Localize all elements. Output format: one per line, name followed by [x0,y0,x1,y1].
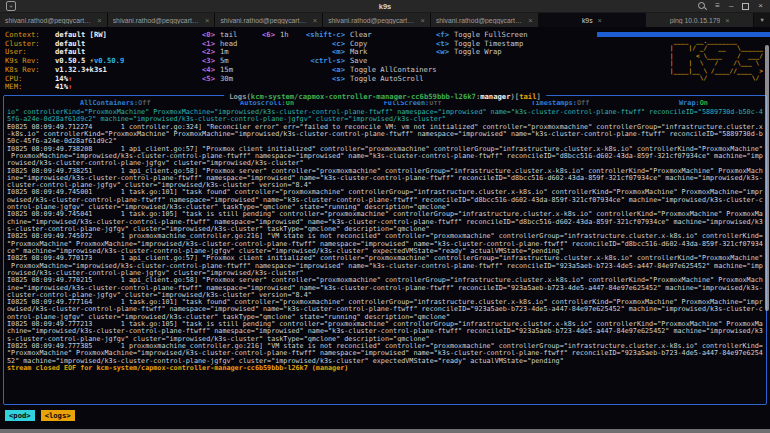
log-line: E0825 08:09:49.712274 1 controller.go:32… [7,124,764,131]
info-value: v1.32.3+k3s1 [55,65,107,74]
tab[interactable]: shivani.rathod@peggycarter:...× [323,13,431,27]
tab-close-icon[interactable]: × [598,16,602,25]
hotkey-desc: Toggle Wrap [454,47,502,56]
hotkey-desc: 5m [220,56,229,65]
log-line: I0825 08:09:49.745041 1 task.go:105] "ta… [7,211,764,218]
hotkey-row: <c>Copy [303,40,433,49]
log-title: Logs(kcm-system/capmox-controller-manage… [224,92,546,101]
delta-icon: ↑ [68,74,72,83]
log-output[interactable]: io" controllerKind="ProxmoxMachine" Prox… [4,107,766,372]
minimize-button[interactable]: – [729,2,733,10]
tab-strip: shivani.rathod@peggycarter:...×shivani.r… [0,13,770,27]
hotkey-desc: Clear [350,30,372,39]
tab-close-icon[interactable]: × [97,16,101,25]
log-line: I0825 08:09:49.745072 1 proxmoxmachine_c… [7,233,764,240]
info-value: 14% [55,74,68,83]
info-value: default [RW] [55,30,107,39]
hotkey-desc: 15m [220,65,233,74]
info-value: 41% [55,82,68,91]
hotkeys-column-4: <f>Toggle FullScreen<t>Toggle Timestamp<… [433,31,573,91]
tab-label: shivani.rathod@peggycarter:... [220,17,307,24]
tab-dropdown-button[interactable]: ▾ [754,13,770,27]
tab[interactable]: shivani.rathod@peggycarter:...× [431,13,539,27]
hotkey-key: <5> [197,75,215,84]
tab[interactable]: ping 10.0.15.179× [646,13,754,27]
log-line: chine="improwised/k3s-cluster-control-pl… [7,328,764,335]
tab-close-icon[interactable]: × [528,16,532,25]
log-line: s-cluster-control-plane-jgfgv" cluster="… [7,336,764,343]
hotkey-desc: Toggle AutoScroll [350,74,424,83]
tab-close-icon[interactable]: × [725,16,729,25]
log-line: io" controllerKind="ProxmoxMachine" Prox… [7,109,764,116]
hotkey-row: <shift-c>Clear [303,31,433,40]
log-flag: AllContainers:Off [80,99,151,107]
flag-value: Off [577,99,589,107]
close-button[interactable]: × [758,2,763,10]
hotkey-key: <s> [303,75,345,84]
hotkeys-column-2: <6>1h [257,31,303,91]
tab-close-icon[interactable]: × [420,16,424,25]
hotkey-desc: Save [350,56,367,65]
info-value: default [55,39,85,48]
cluster-info-row: Cluster:default [5,40,197,49]
log-line: I0825 08:09:49.770173 1 api_client.go:57… [7,255,764,262]
cluster-info-row: CPU:14%↑ [5,75,197,84]
terminal-content: Context:default [RW]Cluster:defaultUser:… [0,27,770,429]
hotkey-row: <w>Toggle Wrap [433,48,573,57]
breadcrumb-item: <logs> [41,410,75,421]
window-title: k9s [379,2,392,11]
flag-label: AllContainers: [80,99,138,107]
tab-label: shivani.rathod@peggycarter:... [113,17,200,24]
log-line: "ProxmoxMachine" ProxmoxMachine="improwi… [7,350,764,357]
log-line: ine="improwised/k3s-cluster-control-plan… [7,285,764,292]
log-line: 5f6-a24e-0d28af61d9c2" machine="improwis… [7,116,764,123]
log-line: I0825 08:09:49.777213 1 task.go:105] "ta… [7,321,764,328]
tab-close-icon[interactable]: × [313,16,317,25]
hotkey-key: <w> [433,48,449,57]
log-flag: Wrap:On [679,99,708,107]
tab[interactable]: shivani.rathod@peggycarter:...× [215,13,323,27]
new-tab-icon[interactable]: + [6,1,16,11]
k9s-header: Context:default [RW]Cluster:defaultUser:… [0,27,770,91]
log-line: "ProxmoxMachine" ProxmoxMachine="improwi… [7,241,764,248]
flag-label: Wrap: [679,99,700,107]
log-line: I0825 08:09:49.738208 1 api_client.go:57… [7,146,764,153]
window-titlebar: + k9s ≡ – × [0,0,770,13]
delta-icon: ↑ [68,82,72,91]
hotkey-desc: Toggle FullScreen [454,30,528,39]
log-title-segment: kcm-system/capmox-controller-manager-cc6… [251,92,476,101]
log-line: I0825 08:09:49.770215 1 api_client.go:58… [7,277,764,284]
upgrade-version: v0.50.9 [94,56,124,65]
tab-close-icon[interactable]: × [205,16,209,25]
log-line: ce" machine="improwised/k3s-cluster-cont… [7,248,764,255]
log-line: -k8s.io" controllerKind="ProxmoxMachine"… [7,131,764,138]
tab-label: shivani.rathod@peggycarter:... [328,17,415,24]
tab-label: shivani.rathod@peggycarter:... [436,17,523,24]
tab-label: ping 10.0.15.179 [670,17,721,24]
menu-icon[interactable]: ≡ [715,2,720,10]
log-line: 50c-45f6-a24e-0d28af61d9c2" [7,138,764,145]
log-title-segment: )[ [511,92,520,101]
log-line: rowised/k3s-cluster-control-plane-jgfgv"… [7,160,764,167]
info-label: MEM: [5,83,55,92]
log-line: ontrol-plane-jgfgv" cluster="improwised/… [7,204,764,211]
breadcrumb-item: <pod> [5,410,35,421]
hotkey-desc: tail [220,30,237,39]
log-line: I0825 08:09:49.777385 1 proxmoxmachine_c… [7,343,764,350]
log-line: I0825 08:09:49.745001 1 task.go:101] "ta… [7,189,764,196]
tab-active[interactable]: k9s× [539,13,647,27]
log-title-segment: manager [480,92,510,101]
hotkey-row: <s>Toggle AutoScroll [303,75,433,84]
log-title-segment: tail [519,92,536,101]
maximize-button[interactable] [742,3,749,10]
log-line: ontrol-plane-jgfgv" cluster="improwised/… [7,314,764,321]
search-icon[interactable] [698,2,706,10]
hotkey-desc: Toggle Timestamp [454,39,523,48]
log-line: 52" machine="improwised/k3s-cluster-cont… [7,358,764,365]
hotkey-desc: Mark [350,47,367,56]
vertical-scrollbar[interactable] [765,45,769,311]
tab[interactable]: shivani.rathod@peggycarter:...× [108,13,216,27]
log-line: s-cluster-control-plane-jgfgv" cluster="… [7,226,764,233]
log-line: owised/k3s-cluster-control-plane-ftwff" … [7,197,764,204]
tab[interactable]: shivani.rathod@peggycarter:...× [0,13,108,27]
